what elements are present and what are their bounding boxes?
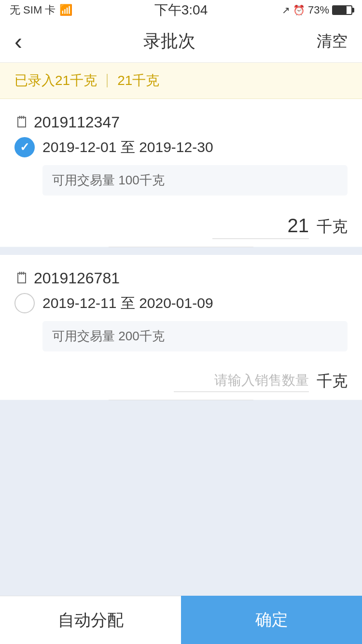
batch-1-radio[interactable] (14, 137, 35, 157)
page-title: 录批次 (143, 29, 195, 53)
battery-icon (332, 5, 352, 15)
batch-1-header: 🗒 2019112347 (14, 113, 348, 131)
wifi-icon: 📶 (59, 4, 72, 16)
batch-item-2: 🗒 2019126781 2019-12-11 至 2020-01-09 可用交… (0, 255, 362, 361)
batch-2-id: 2019126781 (34, 269, 120, 287)
clear-button[interactable]: 清空 (317, 31, 348, 52)
batch-1-icon: 🗒 (14, 113, 30, 131)
status-bar-right: ↗ ⏰ 73% (282, 4, 352, 16)
batch-2-unit: 千克 (317, 371, 348, 392)
bottom-bar: 自动分配 确定 (0, 596, 362, 644)
batch-2-header: 🗒 2019126781 (14, 269, 348, 287)
auto-distribute-button[interactable]: 自动分配 (0, 596, 181, 644)
batch-item-1: 🗒 2019112347 2019-12-01 至 2019-12-30 可用交… (0, 99, 362, 205)
battery-percent: 73% (308, 4, 329, 16)
batch-1-date-row: 2019-12-01 至 2019-12-30 (14, 137, 348, 157)
batch-1-qty-row: 21 千克 (0, 205, 362, 247)
batch-2-icon: 🗒 (14, 269, 30, 287)
status-bar-time: 下午3:04 (154, 1, 208, 19)
status-bar-left: 无 SIM 卡 📶 (10, 3, 72, 17)
batch-1-unit: 千克 (317, 216, 348, 238)
batch-1-id: 2019112347 (34, 113, 120, 131)
recorded-label: 已录入21千克 (14, 71, 97, 90)
info-divider (107, 74, 108, 87)
batch-2-date: 2019-12-11 至 2020-01-09 (42, 294, 213, 313)
batch-1-qty-value: 21 (288, 215, 309, 237)
total-label: 21千克 (117, 71, 159, 90)
batch-2-available: 可用交易量 200千克 (42, 321, 348, 351)
sim-text: 无 SIM 卡 (10, 3, 56, 17)
batch-2-radio[interactable] (14, 293, 35, 313)
bottom-space (0, 400, 362, 613)
confirm-button[interactable]: 确定 (181, 596, 362, 644)
batch-1-available: 可用交易量 100千克 (42, 165, 348, 196)
batch-1-qty-input[interactable]: 21 (212, 215, 309, 239)
batch-2-qty-input[interactable]: 请输入销售数量 (174, 371, 309, 392)
info-banner: 已录入21千克 21千克 (0, 63, 362, 99)
nav-bar: ‹ 录批次 清空 (0, 20, 362, 63)
status-bar: 无 SIM 卡 📶 下午3:04 ↗ ⏰ 73% (0, 0, 362, 20)
batch-2-qty-placeholder: 请输入销售数量 (214, 371, 309, 390)
batch-1-date: 2019-12-01 至 2019-12-30 (42, 138, 213, 157)
batch-2-date-row: 2019-12-11 至 2020-01-09 (14, 293, 348, 313)
batch-2-qty-row: 请输入销售数量 千克 (0, 361, 362, 400)
location-icon: ↗ (282, 4, 290, 16)
alarm-icon: ⏰ (293, 4, 305, 16)
back-button[interactable]: ‹ (14, 28, 22, 55)
section-divider (0, 247, 362, 255)
